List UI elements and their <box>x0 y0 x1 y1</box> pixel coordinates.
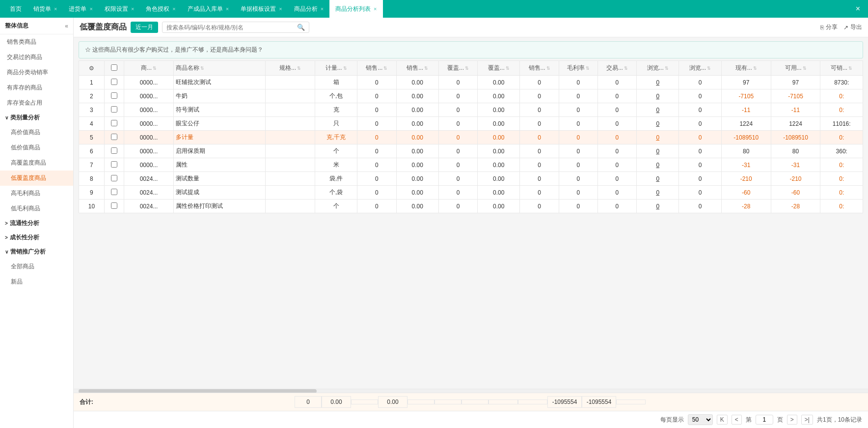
cell-checkbox[interactable] <box>104 200 124 213</box>
row-checkbox[interactable] <box>111 79 117 85</box>
cell-browse1[interactable]: 0 <box>637 89 679 103</box>
th-saleable[interactable]: 可销...⇅ <box>820 61 863 76</box>
close-product-analysis-icon[interactable]: × <box>321 6 324 12</box>
nav-permission-setting[interactable]: 权限设置 × <box>99 0 140 18</box>
row-checkbox[interactable] <box>111 161 117 168</box>
nav-product-instock[interactable]: 产成品入库单 × <box>182 0 235 18</box>
cell-browse1[interactable]: 0 <box>637 158 679 172</box>
sidebar-collapse-icon[interactable]: « <box>65 23 68 29</box>
cell-browse1[interactable]: 0 <box>637 200 679 213</box>
row-checkbox[interactable] <box>111 92 117 99</box>
th-name[interactable]: 商品名称⇅ <box>173 61 265 76</box>
nav-home[interactable]: 首页 <box>4 0 27 18</box>
th-cur-stock[interactable]: 现有...⇅ <box>721 61 771 76</box>
cell-browse1[interactable]: 0 <box>637 117 679 131</box>
nav-analysis-list[interactable]: 商品分析列表 × <box>329 0 382 18</box>
nav-template-setting[interactable]: 单据模板设置 × <box>235 0 288 18</box>
cell-browse1[interactable]: 0 <box>637 172 679 186</box>
sidebar-item-sales-goods[interactable]: 销售类商品 <box>0 34 73 50</box>
sidebar-item-stock-capital[interactable]: 库存资金占用 <box>0 95 73 111</box>
per-page-select[interactable]: 50 100 200 <box>688 414 713 425</box>
last-page-button[interactable]: >| <box>801 415 813 425</box>
cell-num: 10 <box>79 200 105 213</box>
close-permission-icon[interactable]: × <box>131 6 134 12</box>
horizontal-scrollbar[interactable] <box>74 389 868 393</box>
th-gross[interactable]: 毛利率⇅ <box>559 61 597 76</box>
cell-checkbox[interactable] <box>104 158 124 172</box>
close-purchase-order-icon[interactable]: × <box>89 6 92 12</box>
cell-checkbox[interactable] <box>104 144 124 158</box>
sidebar-item-all-goods[interactable]: 全部商品 <box>0 259 73 274</box>
th-trans[interactable]: 交易...⇅ <box>597 61 636 76</box>
cell-browse1[interactable]: 0 <box>637 131 679 144</box>
close-sales-order-icon[interactable]: × <box>54 6 57 12</box>
close-template-icon[interactable]: × <box>279 6 282 12</box>
search-input[interactable] <box>166 24 297 31</box>
row-checkbox[interactable] <box>111 147 117 154</box>
th-browse1[interactable]: 浏览...⇅ <box>637 61 679 76</box>
nav-purchase-order[interactable]: 进货单 × <box>63 0 98 18</box>
row-checkbox[interactable] <box>111 106 117 113</box>
th-sales2[interactable]: 销售...⇅ <box>520 61 559 76</box>
sidebar-item-low-coverage[interactable]: 低覆盖度商品 <box>0 171 73 186</box>
th-spec[interactable]: 规格...⇅ <box>266 61 315 76</box>
cell-checkbox[interactable] <box>104 172 124 186</box>
cell-checkbox[interactable] <box>104 131 124 144</box>
sidebar-group-growth[interactable]: > 成长性分析 <box>0 230 73 245</box>
sidebar-item-traded-goods[interactable]: 交易过的商品 <box>0 50 73 65</box>
share-button[interactable]: ⎘ 分享 <box>820 23 838 31</box>
sidebar-group-circulation[interactable]: > 流通性分析 <box>0 216 73 230</box>
cell-checkbox[interactable] <box>104 117 124 131</box>
th-sales-qty[interactable]: 销售...⇅ <box>357 61 396 76</box>
row-checkbox[interactable] <box>111 175 117 181</box>
th-cover2[interactable]: 覆盖...⇅ <box>478 61 520 76</box>
scrollbar-thumb[interactable] <box>79 389 317 393</box>
cell-browse1[interactable]: 0 <box>637 144 679 158</box>
select-all-checkbox[interactable] <box>111 64 117 71</box>
th-code[interactable]: 商...⇅ <box>124 61 174 76</box>
cell-checkbox[interactable] <box>104 103 124 117</box>
cell-browse1[interactable]: 0 <box>637 76 679 89</box>
cell-checkbox[interactable] <box>104 89 124 103</box>
cell-browse1[interactable]: 0 <box>637 103 679 117</box>
th-sales-amt[interactable]: 销售...⇅ <box>396 61 438 76</box>
sidebar-item-category-rate[interactable]: 商品分类动销率 <box>0 65 73 80</box>
th-cover1[interactable]: 覆盖...⇅ <box>438 61 477 76</box>
period-button[interactable]: 近一月 <box>131 22 158 33</box>
page-input[interactable] <box>756 415 773 425</box>
settings-icon[interactable]: ⚙ <box>89 65 94 72</box>
sidebar-group-category-analysis[interactable]: ∨ 类别量分析 <box>0 111 73 125</box>
sidebar-item-high-coverage[interactable]: 高覆盖度商品 <box>0 155 73 171</box>
cell-browse1[interactable]: 0 <box>637 186 679 200</box>
first-page-button[interactable]: K <box>717 415 728 425</box>
row-checkbox[interactable] <box>111 202 117 209</box>
prev-page-button[interactable]: < <box>732 415 742 425</box>
sidebar-group-marketing[interactable]: ∨ 营销推广分析 <box>0 245 73 259</box>
th-browse2[interactable]: 浏览...⇅ <box>679 61 721 76</box>
next-page-button[interactable]: > <box>787 415 797 425</box>
sidebar-item-high-value[interactable]: 高价值商品 <box>0 125 73 140</box>
cell-checkbox[interactable] <box>104 76 124 89</box>
th-unit[interactable]: 计量...⇅ <box>315 61 357 76</box>
close-role-auth-icon[interactable]: × <box>172 6 175 12</box>
sidebar-item-low-value[interactable]: 低价值商品 <box>0 140 73 155</box>
search-box[interactable]: 🔍 <box>162 22 309 33</box>
close-analysis-list-icon[interactable]: × <box>374 6 377 12</box>
th-avail[interactable]: 可用...⇅ <box>771 61 820 76</box>
row-checkbox[interactable] <box>111 120 117 126</box>
cell-checkbox[interactable] <box>104 186 124 200</box>
nav-sales-order[interactable]: 销货单 × <box>27 0 63 18</box>
row-checkbox[interactable] <box>111 134 117 140</box>
table-container[interactable]: ⚙ 商...⇅ 商品名称⇅ 规格...⇅ 计量...⇅ 销售...⇅ 销售...… <box>79 60 863 389</box>
nav-product-analysis[interactable]: 商品分析 × <box>288 0 329 18</box>
nav-role-auth[interactable]: 角色授权 × <box>140 0 181 18</box>
row-checkbox[interactable] <box>111 189 117 195</box>
export-button[interactable]: ↗ 导出 <box>843 23 862 31</box>
sidebar-item-stock-goods[interactable]: 有库存的商品 <box>0 80 73 95</box>
close-product-instock-icon[interactable]: × <box>226 6 229 12</box>
window-close-button[interactable]: × <box>852 4 864 13</box>
sidebar-item-high-margin[interactable]: 高毛利商品 <box>0 186 73 201</box>
sidebar-item-low-margin[interactable]: 低毛利商品 <box>0 201 73 216</box>
cell-num: 5 <box>79 131 105 144</box>
sidebar-item-new-goods[interactable]: 新品 <box>0 274 73 289</box>
